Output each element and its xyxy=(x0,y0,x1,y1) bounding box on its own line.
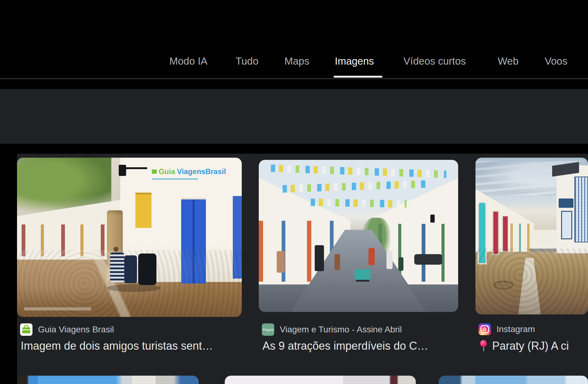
person-head xyxy=(113,247,118,252)
watermark-text-green: Guia xyxy=(159,167,175,176)
suitcase-body xyxy=(22,327,30,333)
bunting-flags-string xyxy=(311,198,407,207)
guia-viagens-brasil-favicon-icon xyxy=(20,323,32,336)
red-door xyxy=(492,211,499,255)
person-striped-shirt xyxy=(110,253,124,282)
person-silhouette xyxy=(277,251,285,273)
tab-tudo[interactable]: Tudo xyxy=(236,54,258,68)
result-source[interactable]: Guia Viagens Brasil xyxy=(20,323,114,336)
favicon-text: Viagem xyxy=(262,327,274,332)
related-filters-bar: Parati Praias Pedra Atrações Turismo xyxy=(0,89,588,144)
source-name: Instagram xyxy=(496,324,535,334)
blue-framed-window xyxy=(561,211,572,239)
pin-ball xyxy=(480,340,487,347)
teal-cart xyxy=(355,269,371,280)
instagram-favicon-icon xyxy=(479,323,491,335)
result-title[interactable]: Paraty (RJ) A ci xyxy=(480,339,588,352)
tab-voos[interactable]: Voos xyxy=(545,54,567,68)
yellow-shuttered-window xyxy=(134,191,153,229)
google-images-results-page: Modo IA Tudo Maps Imagens Vídeos curtos … xyxy=(0,0,588,384)
result-title[interactable]: As 9 atrações imperdíveis do C… xyxy=(262,339,428,352)
source-name: Guia Viagens Brasil xyxy=(38,325,114,335)
source-name: Viagem e Turismo - Assine Abril xyxy=(280,325,402,335)
bunting-flags-string xyxy=(283,180,426,193)
result-image-partial[interactable] xyxy=(18,376,199,384)
blue-lattice-panel xyxy=(574,177,588,242)
result-image-partial[interactable] xyxy=(225,376,416,384)
pin-icon xyxy=(480,339,487,352)
bunting-flags-string xyxy=(271,164,446,178)
watermark-url-strip xyxy=(152,178,198,180)
result-title-text: Paraty (RJ) A ci xyxy=(492,339,569,352)
person-silhouette xyxy=(386,251,393,269)
ground-shadow xyxy=(107,284,161,292)
image-result-card: GuiaViagensBrasil Guia Viagens Brasil Im… xyxy=(17,158,242,317)
wall-lantern xyxy=(430,215,435,223)
lamp-arm xyxy=(124,167,147,169)
tab-maps[interactable]: Maps xyxy=(284,54,309,68)
seated-people-group xyxy=(414,254,442,265)
red-door xyxy=(502,216,508,252)
tourists-sitting-group xyxy=(107,247,161,295)
image-result-card: Viagem Viagem e Turismo - Assine Abril A… xyxy=(259,160,458,312)
image-result-card: Instagram Paraty (RJ) A ci xyxy=(475,158,588,314)
guiaviagensbrasil-watermark: GuiaViagensBrasil xyxy=(152,167,226,176)
photo-watermark-strip xyxy=(24,307,91,310)
result-source[interactable]: Viagem Viagem e Turismo - Assine Abril xyxy=(262,323,402,336)
result-image-partial[interactable] xyxy=(439,376,588,384)
tab-bar-divider xyxy=(0,78,588,79)
watermark-logo-icon xyxy=(152,169,157,174)
instagram-camera-lens xyxy=(483,327,486,331)
backpack xyxy=(138,254,156,285)
cobblestone-texture xyxy=(475,249,588,314)
result-image-paraty-street-kids[interactable]: GuiaViagensBrasil xyxy=(17,158,242,317)
pin-stem xyxy=(483,347,484,351)
person-silhouette xyxy=(334,254,340,270)
person-silhouette xyxy=(315,245,324,271)
result-image-paraty-festival-street[interactable] xyxy=(259,160,458,312)
tab-modo-ia[interactable]: Modo IA xyxy=(169,54,207,68)
result-source[interactable]: Instagram xyxy=(479,323,535,335)
person-silhouette xyxy=(398,257,403,271)
blue-balcony xyxy=(559,198,573,208)
active-tab-underline xyxy=(334,76,382,78)
lamp-lantern xyxy=(119,165,126,176)
tab-web[interactable]: Web xyxy=(498,54,518,68)
street-lamp xyxy=(118,164,149,184)
instagram-camera-flash-dot xyxy=(487,326,488,327)
watermark-text-blue: ViagensBrasil xyxy=(177,167,226,176)
person-dark-shirt xyxy=(124,255,137,283)
viagem-e-turismo-favicon-icon: Viagem xyxy=(262,323,274,336)
result-image-paraty-blue-balconies[interactable] xyxy=(475,158,588,314)
person-silhouette xyxy=(369,248,375,265)
result-title[interactable]: Imagem de dois amigos turistas sent… xyxy=(21,339,213,352)
tab-videos-curtos[interactable]: Vídeos curtos xyxy=(403,54,466,68)
tab-imagens[interactable]: Imagens xyxy=(335,54,374,68)
